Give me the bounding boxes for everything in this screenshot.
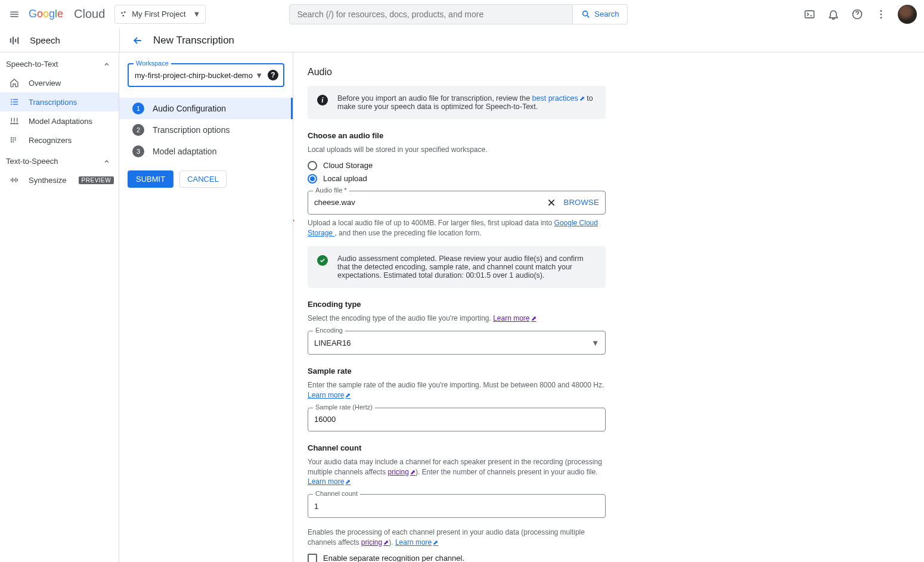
notifications-icon[interactable] — [826, 7, 841, 21]
learn-more-link[interactable]: Learn more⬈ — [493, 314, 536, 322]
sidebar-item-recognizers[interactable]: Recognizers — [0, 131, 119, 150]
annotation-arrow-icon — [293, 191, 298, 211]
product-title: Speech — [30, 35, 60, 45]
best-practices-info: i Before you import an audio file for tr… — [308, 86, 606, 119]
upload-hint: Upload a local audio file of up to 400MB… — [308, 218, 606, 238]
help-icon[interactable] — [850, 7, 864, 21]
page-title: New Transcription — [153, 35, 234, 46]
svg-rect-6 — [805, 11, 814, 18]
pricing-link[interactable]: pricing⬈ — [388, 468, 416, 476]
separate-recognition-hint: Enables the processing of each channel p… — [308, 527, 606, 548]
radio-icon — [308, 161, 317, 170]
separate-recognition-checkbox-row[interactable]: Enable separate recognition per channel. — [308, 554, 606, 562]
step-transcription-options[interactable]: 2 Transcription options — [119, 119, 293, 141]
top-bar: Google Cloud My First Project ▼ Search — [0, 0, 924, 29]
chevron-up-icon — [103, 158, 110, 165]
list-icon — [8, 97, 20, 107]
svg-rect-38 — [15, 178, 16, 182]
svg-rect-12 — [13, 36, 14, 44]
chevron-up-icon — [103, 61, 110, 68]
audio-file-field[interactable]: Audio file * cheese.wav BROWSE — [308, 191, 606, 215]
adaptations-icon — [8, 116, 20, 126]
cancel-button[interactable]: CANCEL — [179, 170, 227, 188]
encoding-value: LINEAR16 — [314, 339, 591, 347]
radio-cloud-storage[interactable]: Cloud Storage — [308, 161, 606, 170]
checkbox-icon[interactable] — [308, 554, 317, 562]
choose-audio-hint: Local uploads will be stored in your spe… — [308, 145, 606, 155]
step-model-adaptation[interactable]: 3 Model adaptation — [119, 141, 293, 162]
channel-count-field[interactable]: Channel count 1 — [308, 494, 606, 518]
svg-rect-35 — [11, 179, 11, 181]
step-number: 1 — [132, 103, 144, 114]
sidebar-item-synthesize[interactable]: Synthesize PREVIEW — [0, 170, 119, 190]
hamburger-menu-icon[interactable] — [7, 7, 21, 21]
learn-more-link[interactable]: Learn more⬈ — [308, 477, 351, 486]
svg-rect-18 — [13, 101, 18, 102]
audio-heading: Audio — [308, 67, 606, 77]
svg-point-4 — [583, 11, 588, 15]
field-label: Sample rate (Hertz) — [313, 403, 375, 411]
learn-more-link[interactable]: Learn more⬈ — [308, 391, 351, 399]
sample-rate-field[interactable]: Sample rate (Hertz) 16000 — [308, 408, 606, 431]
google-cloud-logo[interactable]: Google Cloud — [29, 7, 105, 21]
svg-rect-27 — [11, 137, 12, 138]
home-icon — [8, 78, 20, 88]
sidebar-item-label: Model Adaptations — [29, 117, 92, 126]
svg-point-10 — [880, 17, 882, 18]
external-link-icon: ⬈ — [433, 539, 438, 546]
help-tooltip-icon[interactable]: ? — [268, 70, 278, 80]
radio-local-upload[interactable]: Local upload — [308, 174, 606, 184]
main-layout: Speech-to-Text Overview Transcriptions M… — [0, 52, 924, 562]
recognizers-icon — [8, 135, 20, 145]
sidebar-section-label: Speech-to-Text — [6, 60, 58, 69]
svg-rect-37 — [14, 179, 14, 181]
back-arrow-icon[interactable] — [132, 35, 144, 46]
svg-rect-13 — [15, 39, 16, 42]
sample-rate-hint: Enter the sample rate of the audio file … — [308, 380, 606, 400]
channel-count-hint: Your audio data may include a channel fo… — [308, 457, 606, 487]
step-audio-configuration[interactable]: 1 Audio Configuration — [119, 98, 293, 119]
submit-button[interactable]: SUBMIT — [128, 170, 173, 188]
search-button[interactable]: Search — [573, 4, 628, 24]
browse-button[interactable]: BROWSE — [563, 198, 599, 207]
step-label: Model adaptation — [153, 147, 216, 156]
svg-rect-23 — [17, 118, 17, 122]
sidebar-item-overview[interactable]: Overview — [0, 73, 119, 92]
svg-rect-14 — [17, 37, 18, 44]
svg-rect-17 — [11, 101, 13, 102]
svg-rect-33 — [15, 137, 16, 138]
more-vert-icon[interactable] — [874, 7, 888, 21]
content-area: Audio i Before you import an audio file … — [293, 52, 924, 562]
svg-rect-31 — [13, 139, 14, 141]
search-input-wrap[interactable] — [289, 4, 573, 24]
cloud-shell-icon[interactable] — [802, 7, 817, 21]
workspace-select[interactable]: Workspace my-first-project-chirp-bucket-… — [128, 63, 284, 87]
sidebar-section-stt[interactable]: Speech-to-Text — [0, 52, 119, 73]
search-input[interactable] — [297, 10, 565, 19]
best-practices-link[interactable]: best practices⬈ — [532, 94, 585, 103]
svg-rect-29 — [11, 141, 12, 142]
svg-rect-32 — [13, 141, 14, 142]
workspace-label: Workspace — [134, 60, 171, 67]
external-link-icon: ⬈ — [345, 478, 351, 485]
speech-product-icon — [8, 34, 21, 47]
external-link-icon: ⬈ — [579, 95, 585, 102]
sidebar-section-tts[interactable]: Text-to-Speech — [0, 150, 119, 170]
sidebar-item-transcriptions[interactable]: Transcriptions — [0, 92, 119, 111]
svg-rect-39 — [17, 179, 18, 181]
avatar[interactable] — [898, 5, 917, 24]
svg-rect-30 — [13, 137, 14, 138]
sidebar-item-model-adaptations[interactable]: Model Adaptations — [0, 111, 119, 131]
encoding-select[interactable]: Encoding LINEAR16 ▼ — [308, 331, 606, 355]
learn-more-link[interactable]: Learn more⬈ — [395, 538, 438, 547]
clear-icon[interactable] — [547, 198, 556, 207]
info-icon: i — [317, 95, 328, 105]
audio-file-value: cheese.wav — [314, 198, 547, 207]
svg-rect-20 — [13, 104, 18, 104]
chevron-down-icon: ▼ — [591, 339, 599, 347]
project-picker[interactable]: My First Project ▼ — [114, 5, 206, 24]
svg-rect-25 — [13, 123, 15, 124]
pricing-link[interactable]: pricing⬈ — [361, 538, 389, 547]
svg-rect-22 — [14, 118, 14, 122]
topbar-right — [802, 5, 917, 24]
